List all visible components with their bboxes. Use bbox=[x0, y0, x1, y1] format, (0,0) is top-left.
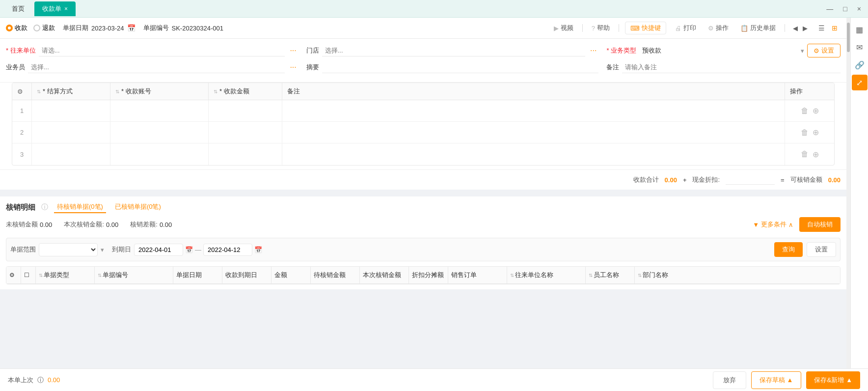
counterpart-more-btn[interactable]: ··· bbox=[288, 46, 298, 55]
delete-icon-1[interactable]: 🗑 bbox=[801, 107, 809, 115]
info-icon[interactable]: ⓘ bbox=[41, 203, 48, 212]
staff-more-btn[interactable]: ··· bbox=[288, 63, 298, 72]
summary-row: 收款合计 0.00 + 现金折扣: = 可核销金额 0.00 bbox=[0, 169, 846, 190]
radio-shou-label: 收款 bbox=[15, 24, 27, 32]
detail-th-type: ⇅ 单据类型 bbox=[36, 267, 95, 283]
layout-list-btn[interactable]: ☰ bbox=[815, 23, 828, 33]
query-btn[interactable]: 查询 bbox=[774, 242, 803, 257]
done-tab[interactable]: 已核销单据(0笔) bbox=[112, 201, 164, 213]
table-body: 1 🗑 ⊕ 2 🗑 bbox=[12, 100, 834, 165]
td-settlement-3[interactable] bbox=[32, 143, 110, 165]
range-dropdown-icon[interactable]: ▾ bbox=[101, 246, 104, 253]
table-gear-header[interactable]: ⚙ bbox=[12, 83, 32, 100]
detail-th-check[interactable]: ☐ bbox=[21, 267, 36, 283]
sidebar-clip-icon[interactable]: 🔗 bbox=[852, 57, 868, 73]
close-btn[interactable]: × bbox=[854, 4, 864, 14]
td-amount-2[interactable] bbox=[209, 122, 282, 143]
scroll-thumb[interactable] bbox=[847, 23, 850, 52]
pending-tab[interactable]: 待核销单据(0笔) bbox=[54, 201, 106, 213]
tab-active[interactable]: 收款单 × bbox=[34, 1, 76, 16]
discard-btn[interactable]: 放弃 bbox=[713, 371, 746, 389]
sort-icon-type[interactable]: ⇅ bbox=[39, 273, 43, 278]
tab-home[interactable]: 首页 bbox=[4, 1, 32, 16]
window-controls: — □ × bbox=[823, 4, 864, 14]
shortcut-icon: ⌨ bbox=[630, 25, 640, 32]
sort-icon-counterpart[interactable]: ⇅ bbox=[510, 273, 514, 278]
calendar-to-icon[interactable]: 📅 bbox=[254, 246, 262, 253]
remark-input[interactable] bbox=[622, 61, 841, 73]
sidebar-expand-icon[interactable]: ⤢ bbox=[852, 75, 868, 90]
search-filters: 单据范围 ▾ 到期日 📅 — 📅 查询 设置 bbox=[6, 238, 841, 261]
calendar-icon[interactable]: 📅 bbox=[127, 24, 136, 32]
history-btn[interactable]: 📋 历史单据 bbox=[737, 23, 779, 33]
video-btn[interactable]: ▶ 视频 bbox=[551, 23, 576, 33]
sort-icon-number[interactable]: ⇅ bbox=[98, 273, 102, 278]
td-remark-1[interactable] bbox=[282, 100, 785, 121]
sidebar-table-icon[interactable]: ▦ bbox=[852, 22, 868, 37]
col-action-label: 操作 bbox=[790, 87, 803, 96]
copy-icon-3[interactable]: ⊕ bbox=[813, 150, 819, 159]
number-value[interactable]: SK-20230324-001 bbox=[172, 25, 224, 32]
detail-settings-btn[interactable]: 设置 bbox=[807, 242, 836, 257]
delete-icon-3[interactable]: 🗑 bbox=[801, 150, 809, 159]
print-btn[interactable]: 🖨 打印 bbox=[672, 23, 699, 33]
sidebar-mail-icon[interactable]: ✉ bbox=[852, 39, 868, 55]
td-account-2[interactable] bbox=[110, 122, 209, 143]
col-remark-label: 备注 bbox=[287, 87, 300, 96]
bottom-bar: 本单上次 ⓘ 0.00 放弃 保存草稿 ▲ 保存&新增 ▲ bbox=[0, 368, 868, 391]
range-select[interactable] bbox=[39, 243, 98, 256]
sort-icon-staff[interactable]: ⇅ bbox=[589, 273, 593, 278]
td-amount-1[interactable] bbox=[209, 100, 282, 121]
business-type-value[interactable]: 预收款 bbox=[639, 44, 798, 57]
operate-btn[interactable]: ⚙ 操作 bbox=[705, 23, 732, 33]
save-draft-arrow[interactable]: ▲ bbox=[787, 376, 793, 384]
save-new-arrow[interactable]: ▲ bbox=[846, 376, 852, 384]
td-remark-2[interactable] bbox=[282, 122, 785, 143]
maximize-btn[interactable]: □ bbox=[840, 4, 850, 14]
shortcut-btn[interactable]: ⌨ 快捷键 bbox=[625, 22, 666, 34]
next-btn[interactable]: ▶ bbox=[801, 24, 810, 33]
store-input[interactable] bbox=[322, 45, 585, 56]
business-type-dropdown-icon[interactable]: ▾ bbox=[801, 47, 804, 55]
layout-grid-btn[interactable]: ⊞ bbox=[829, 23, 841, 33]
tab-close-btn[interactable]: × bbox=[64, 5, 68, 12]
calendar-from-icon[interactable]: 📅 bbox=[185, 246, 193, 253]
col-amount-detail-label: 金额 bbox=[274, 271, 287, 279]
td-remark-3[interactable] bbox=[282, 143, 785, 165]
settings-button[interactable]: ⚙ 设置 bbox=[807, 44, 841, 57]
summary-input[interactable] bbox=[322, 61, 599, 73]
td-settlement-1[interactable] bbox=[32, 100, 110, 121]
staff-input[interactable] bbox=[28, 61, 285, 73]
store-more-btn[interactable]: ··· bbox=[588, 46, 598, 55]
copy-icon-2[interactable]: ⊕ bbox=[813, 128, 819, 137]
td-account-1[interactable] bbox=[110, 100, 209, 121]
help-btn[interactable]: ? 帮助 bbox=[589, 23, 613, 33]
prev-btn[interactable]: ◀ bbox=[791, 24, 800, 33]
detail-th-gear[interactable]: ⚙ bbox=[6, 267, 21, 283]
history-label: 历史单据 bbox=[750, 24, 776, 32]
radio-tui[interactable]: 退款 bbox=[33, 24, 55, 32]
td-settlement-2[interactable] bbox=[32, 122, 110, 143]
minimize-btn[interactable]: — bbox=[823, 4, 836, 14]
more-conditions-btn[interactable]: ▼ 更多条件 ∧ bbox=[753, 220, 793, 229]
bottom-info-icon[interactable]: ⓘ bbox=[37, 376, 44, 385]
date-value[interactable]: 2023-03-24 bbox=[91, 25, 124, 32]
td-account-3[interactable] bbox=[110, 143, 209, 165]
td-amount-3[interactable] bbox=[209, 143, 282, 165]
sort-icon-settlement[interactable]: ⇅ bbox=[37, 89, 41, 94]
th-remark: 备注 bbox=[282, 83, 785, 100]
auto-verify-btn[interactable]: 自动核销 bbox=[799, 217, 841, 232]
save-new-btn[interactable]: 保存&新增 ▲ bbox=[806, 371, 860, 389]
sort-icon-account[interactable]: ⇅ bbox=[115, 89, 119, 94]
sort-icon-dept[interactable]: ⇅ bbox=[638, 273, 642, 278]
counterpart-input[interactable] bbox=[39, 45, 285, 56]
date-to-input[interactable] bbox=[203, 244, 252, 256]
sort-icon-amount[interactable]: ⇅ bbox=[214, 89, 217, 94]
copy-icon-1[interactable]: ⊕ bbox=[813, 106, 819, 115]
discount-input[interactable] bbox=[726, 175, 775, 185]
delete-icon-2[interactable]: 🗑 bbox=[801, 128, 809, 137]
counterpart-field: * 往来单位 ··· bbox=[6, 45, 298, 56]
radio-shou[interactable]: 收款 bbox=[6, 24, 27, 32]
date-from-input[interactable] bbox=[134, 244, 183, 256]
save-draft-btn[interactable]: 保存草稿 ▲ bbox=[751, 371, 802, 389]
